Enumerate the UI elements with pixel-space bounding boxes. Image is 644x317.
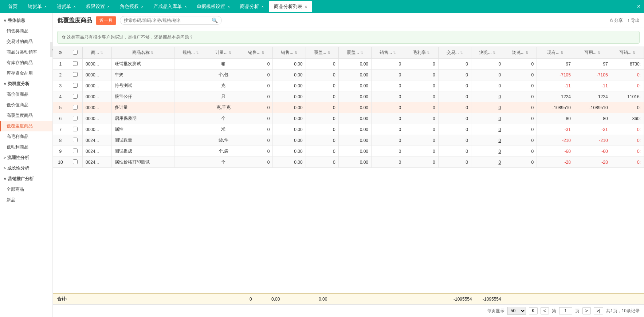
sidebar-item-sales-goods[interactable]: 销售类商品 <box>0 26 52 36</box>
sidebar-item-high-margin[interactable]: 高毛利商品 <box>0 131 52 142</box>
next-page-button[interactable]: > <box>582 307 591 314</box>
row-checkbox[interactable] <box>73 116 78 120</box>
nav-tab-purchase-close[interactable]: × <box>74 5 76 9</box>
export-button[interactable]: ↑ 导出 <box>627 17 640 24</box>
row-checkbox[interactable] <box>73 138 78 142</box>
col-name[interactable]: 商品名称 ⇅ <box>111 47 174 59</box>
col-unit[interactable]: 计量... ⇅ <box>207 47 240 59</box>
col-browse2[interactable]: 浏览... ⇅ <box>504 47 537 59</box>
row-checkbox[interactable] <box>73 94 78 99</box>
col-code[interactable]: 商... ⇅ <box>82 47 111 59</box>
last-page-button[interactable]: >| <box>594 307 603 314</box>
sidebar-item-high-value[interactable]: 高价值商品 <box>0 89 52 100</box>
cell-checkbox[interactable] <box>68 157 82 168</box>
search-input[interactable] <box>124 18 210 23</box>
prev-page-button[interactable]: < <box>541 307 549 314</box>
row-checkbox[interactable] <box>73 148 78 153</box>
cell-name[interactable]: 牛奶 <box>111 70 174 80</box>
row-checkbox[interactable] <box>73 72 78 77</box>
col-current-stock[interactable]: 现有... ⇅ <box>537 47 574 59</box>
nav-tab-home[interactable]: 首页 <box>3 1 23 12</box>
cell-browse1[interactable]: 0 <box>471 91 504 102</box>
sidebar-section-liquidity[interactable]: > 流通性分析 <box>0 152 52 163</box>
col-sellable[interactable]: 可销... ⇅ <box>611 47 644 59</box>
nav-tab-product-entry-close[interactable]: × <box>184 5 186 9</box>
sidebar-item-stocked-goods[interactable]: 有库存的商品 <box>0 58 52 68</box>
sidebar-section-cluster[interactable]: ∨ 类群度分析 <box>0 79 52 89</box>
select-all-checkbox[interactable] <box>73 50 78 55</box>
sidebar-section-growth[interactable]: > 成长性分析 <box>0 163 52 174</box>
page-input[interactable] <box>559 307 572 314</box>
nav-tab-product-analysis-list[interactable]: 商品分析列表 × <box>269 1 312 12</box>
nav-tab-template-close[interactable]: × <box>228 5 230 9</box>
cell-name[interactable]: 启用保质期 <box>111 113 174 124</box>
cell-name[interactable]: 属性 <box>111 124 174 135</box>
row-checkbox[interactable] <box>73 61 78 66</box>
nav-tab-role-close[interactable]: × <box>141 5 144 9</box>
col-browse1[interactable]: 浏览... ⇅ <box>471 47 504 59</box>
sidebar-item-category-rate[interactable]: 商品分类动销率 <box>0 47 52 58</box>
col-gross-margin[interactable]: 毛利率 ⇅ <box>404 47 438 59</box>
cell-checkbox[interactable] <box>68 91 82 102</box>
col-spec[interactable]: 规格... ⇅ <box>174 47 207 59</box>
sidebar-item-traded-goods[interactable]: 交易过的商品 <box>0 36 52 47</box>
share-button[interactable]: ⎙ 分享 <box>610 17 623 24</box>
nav-tab-sales[interactable]: 销货单 × <box>23 1 52 12</box>
nav-tab-permissions-close[interactable]: × <box>107 5 110 9</box>
cell-checkbox[interactable] <box>68 124 82 135</box>
search-icon[interactable]: 🔍 <box>212 17 218 23</box>
nav-tab-template[interactable]: 单据模板设置 × <box>192 1 235 12</box>
cell-name[interactable]: 旺铺批次测试 <box>111 59 174 70</box>
sidebar-section-overall[interactable]: ∨ 整体信息 <box>0 15 52 26</box>
sidebar-item-new-goods[interactable]: 新品 <box>0 195 52 205</box>
nav-tab-role[interactable]: 角色授权 × <box>115 1 149 12</box>
sidebar-item-all-goods[interactable]: 全部商品 <box>0 184 52 195</box>
col-sales-amt[interactable]: 销售... ⇅ <box>273 47 306 59</box>
date-filter-button[interactable]: 近一月 <box>96 16 116 25</box>
col-cover1[interactable]: 覆盖... ⇅ <box>306 47 338 59</box>
sidebar-item-low-coverage[interactable]: 低覆盖度商品 <box>0 121 52 131</box>
cell-checkbox[interactable] <box>68 102 82 113</box>
cell-name[interactable]: 测试数量 <box>111 135 174 146</box>
col-sales3[interactable]: 销售... ⇅ <box>372 47 404 59</box>
cell-name[interactable]: 符号测试 <box>111 80 174 91</box>
cell-checkbox[interactable] <box>68 135 82 146</box>
per-page-select[interactable]: 50 20 100 200 <box>507 307 526 315</box>
col-settings[interactable]: ⚙ <box>53 47 68 59</box>
sidebar-item-low-value[interactable]: 低价值商品 <box>0 100 52 110</box>
first-page-button[interactable]: K <box>529 307 538 314</box>
row-checkbox[interactable] <box>73 127 78 131</box>
cell-browse1[interactable]: 0 <box>471 124 504 135</box>
cell-checkbox[interactable] <box>68 59 82 70</box>
cell-checkbox[interactable] <box>68 80 82 91</box>
cell-browse1[interactable]: 0 <box>471 157 504 168</box>
cell-checkbox[interactable] <box>68 113 82 124</box>
cell-name[interactable]: 眼宝公仔 <box>111 91 174 102</box>
nav-tab-permissions[interactable]: 权限设置 × <box>81 1 115 12</box>
row-checkbox[interactable] <box>73 159 78 164</box>
nav-tab-product-analysis-list-close[interactable]: × <box>305 5 307 9</box>
col-cover2[interactable]: 覆盖... ⇅ <box>338 47 371 59</box>
col-sales-qty[interactable]: 销售... ⇅ <box>240 47 273 59</box>
cell-name[interactable]: 属性价格打印测试 <box>111 157 174 168</box>
cell-name[interactable]: 多计量 <box>111 102 174 113</box>
cell-browse1[interactable]: 0 <box>471 80 504 91</box>
sidebar-section-marketing[interactable]: ∨ 营销推广分析 <box>0 174 52 184</box>
cell-browse1[interactable]: 0 <box>471 146 504 157</box>
nav-tab-sales-close[interactable]: × <box>44 5 47 9</box>
sidebar-item-stock-capital[interactable]: 库存资金占用 <box>0 68 52 79</box>
close-all-tabs[interactable]: × <box>637 3 640 10</box>
sidebar-collapse-button[interactable]: « <box>50 42 53 57</box>
row-checkbox[interactable] <box>73 83 78 88</box>
nav-tab-purchase[interactable]: 进货单 × <box>52 1 81 12</box>
col-checkbox[interactable] <box>68 47 82 59</box>
cell-browse1[interactable]: 0 <box>471 135 504 146</box>
cell-checkbox[interactable] <box>68 146 82 157</box>
sidebar-item-high-coverage[interactable]: 高覆盖度商品 <box>0 110 52 121</box>
nav-tab-product-analysis[interactable]: 商品分析 × <box>235 1 269 12</box>
cell-browse1[interactable]: 0 <box>471 113 504 124</box>
cell-name[interactable]: 测试提成 <box>111 146 174 157</box>
cell-browse1[interactable]: 0 <box>471 59 504 70</box>
nav-tab-product-entry[interactable]: 产成品入库单 × <box>148 1 192 12</box>
cell-checkbox[interactable] <box>68 70 82 80</box>
